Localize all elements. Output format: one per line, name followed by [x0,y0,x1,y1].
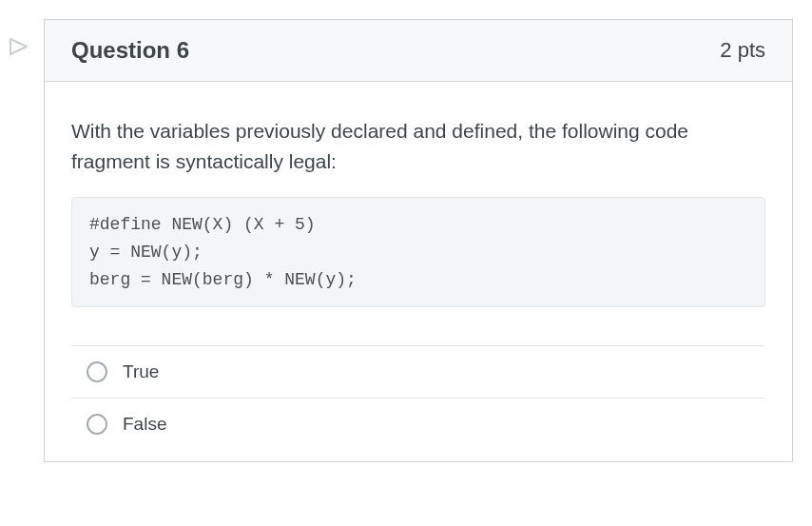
option-label: True [123,361,159,382]
question-title: Question 6 [71,37,189,64]
question-container: Question 6 2 pts With the variables prev… [8,19,793,462]
question-header: Question 6 2 pts [45,20,792,82]
radio-icon[interactable] [87,414,107,435]
radio-icon[interactable] [87,361,107,382]
code-block: #define NEW(X) (X + 5) y = NEW(y); berg … [71,197,765,307]
option-false[interactable]: False [71,399,765,450]
option-true[interactable]: True [71,346,765,399]
options-list: True False [71,345,765,450]
flag-outline-icon[interactable] [8,36,32,65]
question-points: 2 pts [720,38,765,63]
option-label: False [123,414,166,435]
question-card: Question 6 2 pts With the variables prev… [44,19,793,462]
question-prompt: With the variables previously declared a… [71,116,765,176]
question-body: With the variables previously declared a… [45,82,792,461]
